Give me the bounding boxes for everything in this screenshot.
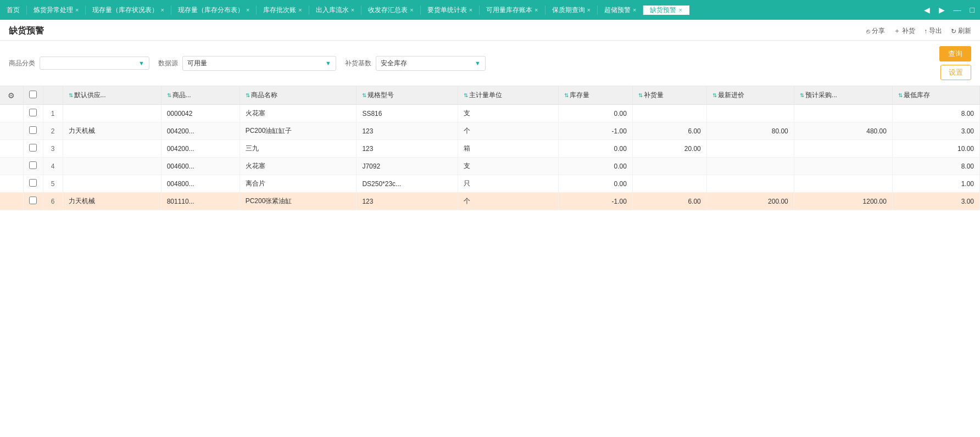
row-gear-cell xyxy=(0,193,23,210)
row-checkbox-1[interactable] xyxy=(29,126,37,134)
share-action[interactable]: ⎋ 分享 xyxy=(866,26,885,36)
row-index: 2 xyxy=(43,122,63,140)
col-header-replenish_qty[interactable]: ⇅补货量 xyxy=(632,86,706,105)
row-checkbox-4[interactable] xyxy=(29,179,37,187)
table-row[interactable]: 5004800...离合片DS250*23c...只0.001.00 xyxy=(0,175,980,193)
select-all-checkbox[interactable] xyxy=(29,91,37,98)
sort-icon-min_stock: ⇅ xyxy=(898,92,903,98)
tab-inventory-status[interactable]: 现存量（库存状况表）× xyxy=(86,5,171,15)
filter-btn-group: 查询 设置 xyxy=(939,46,971,80)
tab-home[interactable]: 首页 xyxy=(0,5,27,15)
tab-actions: ◀ ▶ — □ xyxy=(921,4,980,15)
tab-label-available-ledger: 可用量库存账本 xyxy=(486,5,532,15)
share-label: 分享 xyxy=(872,26,885,36)
col-header-product_code[interactable]: ⇅商品... xyxy=(161,86,240,105)
datasource-select[interactable]: 可用量 ▼ xyxy=(182,56,336,71)
datasource-value: 可用量 xyxy=(187,59,207,68)
replenish-base-select[interactable]: 安全库存 ▼ xyxy=(376,56,486,71)
table-row[interactable]: 6力天机械801110...PC200张紧油缸123个-1.006.00200.… xyxy=(0,193,980,210)
row-check-cell[interactable] xyxy=(23,175,43,193)
col-header-spec[interactable]: ⇅规格型号 xyxy=(357,86,458,105)
tab-close-expiry-query[interactable]: × xyxy=(587,7,591,13)
row-min-stock: 8.00 xyxy=(892,105,979,122)
row-product-name: 火花塞 xyxy=(240,105,357,122)
row-spec: SS816 xyxy=(357,105,458,122)
tab-expiry-query[interactable]: 保质期查询× xyxy=(545,5,598,15)
row-spec: 123 xyxy=(357,122,458,140)
row-check-cell[interactable] xyxy=(23,105,43,122)
row-check-cell[interactable] xyxy=(23,122,43,140)
row-replenish-qty xyxy=(632,105,706,122)
col-header-min_stock[interactable]: ⇅最低库存 xyxy=(892,86,979,105)
row-gear-cell xyxy=(0,158,23,175)
row-checkbox-0[interactable] xyxy=(29,109,37,116)
tab-close-shortage[interactable]: × xyxy=(678,7,682,13)
tab-minimize-btn[interactable]: — xyxy=(950,4,965,15)
tab-label-batch-account: 库存批次账 xyxy=(263,5,296,15)
settings-gear-icon[interactable]: ⚙ xyxy=(8,91,15,100)
table-row[interactable]: 10000042火花塞SS816支0.008.00 xyxy=(0,105,980,122)
tab-close-inout-flow[interactable]: × xyxy=(351,7,354,13)
replenish-base-filter-group: 补货基数 安全库存 ▼ xyxy=(345,56,486,71)
row-latest-price xyxy=(706,175,794,193)
table-row[interactable]: 4004600...火花塞J7092支0.008.00 xyxy=(0,158,980,175)
tab-collect-summary[interactable]: 收发存汇总表× xyxy=(361,5,420,15)
tab-prev-btn[interactable]: ◀ xyxy=(921,4,933,15)
col-header-estimated_purchase[interactable]: ⇅预计采购... xyxy=(794,86,892,105)
row-check-cell[interactable] xyxy=(23,158,43,175)
tab-exception[interactable]: 炼货异常处理× xyxy=(27,5,86,15)
row-estimated-purchase xyxy=(794,105,892,122)
tab-inout-flow[interactable]: 出入库流水× xyxy=(309,5,361,15)
tab-close-inventory-status[interactable]: × xyxy=(160,7,164,13)
col-header-product_name[interactable]: ⇅商品名称 xyxy=(240,86,357,105)
row-unit: 个 xyxy=(458,122,558,140)
tab-close-exception[interactable]: × xyxy=(75,7,79,13)
row-product-code: 004200... xyxy=(161,122,240,140)
row-replenish-qty: 6.00 xyxy=(632,193,706,210)
tab-label-shortage: 缺货预警 xyxy=(650,5,676,15)
col-header-default_supplier[interactable]: ⇅默认供应... xyxy=(63,86,161,105)
tab-maximize-btn[interactable]: □ xyxy=(967,4,978,15)
row-check-cell[interactable] xyxy=(23,193,43,210)
tab-label-req-stat: 要货单统计表 xyxy=(427,5,467,15)
col-header-unit[interactable]: ⇅主计量单位 xyxy=(458,86,558,105)
row-stock: 0.00 xyxy=(559,175,633,193)
tab-close-batch-account[interactable]: × xyxy=(298,7,302,13)
row-product-name: 火花塞 xyxy=(240,158,357,175)
category-chevron-icon: ▼ xyxy=(138,60,144,66)
row-unit: 箱 xyxy=(458,140,558,158)
tab-shortage[interactable]: 缺货预警× xyxy=(643,5,689,15)
row-supplier xyxy=(63,105,161,122)
col-header-stock[interactable]: ⇅库存量 xyxy=(559,86,633,105)
tab-label-expiry-query: 保质期查询 xyxy=(552,5,585,15)
datasource-chevron-icon: ▼ xyxy=(325,60,331,66)
category-select[interactable]: ▼ xyxy=(40,57,149,70)
query-button[interactable]: 查询 xyxy=(939,46,971,61)
tab-batch-account[interactable]: 库存批次账× xyxy=(257,5,309,15)
tab-close-req-stat[interactable]: × xyxy=(469,7,472,13)
row-product-code: 004600... xyxy=(161,158,240,175)
tab-next-btn[interactable]: ▶ xyxy=(936,4,948,15)
table-row[interactable]: 2力天机械004200...PC200油缸缸子123个-1.006.0080.0… xyxy=(0,122,980,140)
tab-close-inventory-dist[interactable]: × xyxy=(246,7,249,13)
tab-close-available-ledger[interactable]: × xyxy=(534,7,538,13)
row-checkbox-5[interactable] xyxy=(29,197,37,204)
tab-label-inventory-status: 现存量（库存状况表） xyxy=(92,5,158,15)
settings-button[interactable]: 设置 xyxy=(940,65,971,80)
col-header-latest_price[interactable]: ⇅最新进价 xyxy=(706,86,794,105)
main-table: ⚙⇅默认供应...⇅商品...⇅商品名称⇅规格型号⇅主计量单位⇅库存量⇅补货量⇅… xyxy=(0,86,980,210)
tab-close-collect-summary[interactable]: × xyxy=(410,7,413,13)
row-check-cell[interactable] xyxy=(23,140,43,158)
tab-available-ledger[interactable]: 可用量库存账本× xyxy=(480,5,545,15)
replenish-action[interactable]: ＋ 补货 xyxy=(894,26,915,36)
tab-req-stat[interactable]: 要货单统计表× xyxy=(421,5,480,15)
row-checkbox-3[interactable] xyxy=(29,161,37,169)
tab-overstock[interactable]: 超储预警× xyxy=(598,5,643,15)
export-action[interactable]: ↑ 导出 xyxy=(924,26,942,36)
refresh-action[interactable]: ↻ 刷新 xyxy=(951,26,971,36)
table-row[interactable]: 3004200...三九123箱0.0020.0010.00 xyxy=(0,140,980,158)
row-checkbox-2[interactable] xyxy=(29,144,37,152)
row-product-name: PC200油缸缸子 xyxy=(240,122,357,140)
tab-inventory-dist[interactable]: 现存量（库存分布表）× xyxy=(171,5,257,15)
tab-close-overstock[interactable]: × xyxy=(633,7,636,13)
